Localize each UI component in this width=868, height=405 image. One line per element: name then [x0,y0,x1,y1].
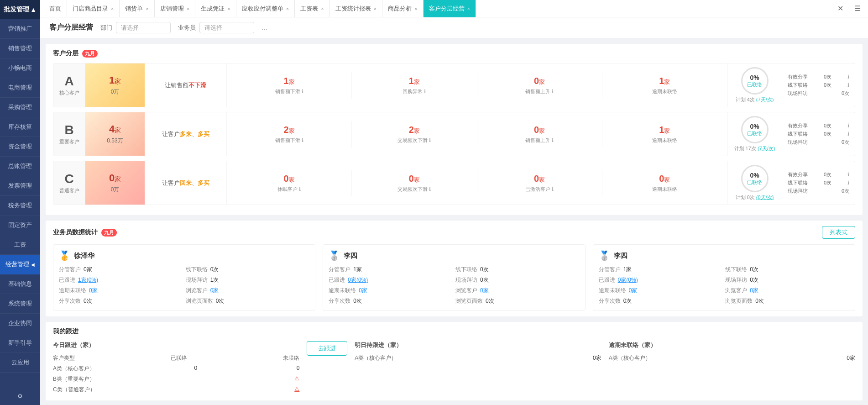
sidebar-item-label: 采购管理 [8,104,32,110]
stat-a-3: 1家 逾期未联络 [602,72,727,99]
sidebar-item-zijin[interactable]: 资金管理 [0,137,40,157]
filter-more-btn[interactable]: ... [261,24,267,32]
info-icon[interactable]: ℹ [552,186,554,192]
tab-close-icon[interactable]: × [374,6,376,11]
contact-plan-c: 计划 0次 (0天/次) [736,194,774,201]
tab-close-icon[interactable]: × [467,6,470,11]
tab-close-icon[interactable]: × [187,6,189,11]
stat-c-2: 0家 已激活客户ℹ [477,170,602,196]
dept-label: 部门 [100,24,112,32]
sidebar-item-zongzhang[interactable]: 总账管理 [0,157,40,176]
tier-name-b: 重要客户 [59,138,79,145]
tab-receivable-adjust[interactable]: 应收应付调整单 × [236,0,295,17]
info-icon[interactable]: ℹ [552,89,554,95]
info-icon[interactable]: ℹ [847,172,849,178]
staff-card-0: 🥇 徐泽华 分管客户 0家 线下联络 0次 已跟进 [53,244,315,311]
tab-close-icon[interactable]: × [321,6,324,11]
tab-payroll[interactable]: 工资表 × [295,0,329,17]
info-icon[interactable]: ℹ [302,137,303,143]
stat-b-1: 2家 交易频次下滑ℹ [352,121,477,147]
tab-shop-manage[interactable]: 店铺管理 × [155,0,195,17]
tab-actions: ✕ ☰ [834,2,864,15]
staff-stat-row: 已跟进 1家(0%) [59,276,183,284]
info-icon[interactable]: ℹ [302,89,303,95]
info-icon[interactable]: ℹ [424,89,426,95]
sales-select[interactable]: 请选择 [199,22,254,33]
info-icon[interactable]: ℹ [429,186,431,192]
sidebar-item-fapiao[interactable]: 发票管理 [0,176,40,196]
tier-name-a: 核心客户 [59,89,79,96]
tier-suggestion-b: 让客户多来、多买 [145,112,227,156]
list-view-btn[interactable]: 列表式 [822,226,855,239]
tab-close-icon[interactable]: × [111,6,114,11]
sidebar-item-label: 库存核算 [8,123,32,130]
tab-close-icon[interactable]: × [146,6,148,11]
staff-stats-0: 分管客户 0家 线下联络 0次 已跟进 1家(0%) 现场拜访 [59,266,309,305]
tab-product-analysis[interactable]: 商品分析 × [382,0,423,17]
tab-generate-voucher[interactable]: 生成凭证 × [195,0,236,17]
staff-name-row-0: 🥇 徐泽华 [59,250,309,261]
sidebar-item-arrow: ◀ [31,262,35,267]
tier-label-b: B 重要客户 [53,112,85,156]
sidebar-header[interactable]: 批发管理 ▲ [0,0,40,19]
info-icon[interactable]: ℹ [552,137,554,143]
tier-extra-c: 有效分享 0次 ℹ 线下联络 0次 ℹ 现场拜访 0次 [782,161,855,205]
info-icon[interactable]: ℹ [847,74,849,80]
sidebar-settings[interactable]: ⚙ [0,387,40,405]
dept-select[interactable]: 请选择 [116,22,171,33]
sidebar-item-yingxiao[interactable]: 营销推广 [0,19,40,39]
tab-payroll-report[interactable]: 工资统计报表 × [330,0,382,17]
tab-store-products[interactable]: 门店商品目录 × [67,0,120,17]
staff-stat-row: 分管客户 1家 [329,266,453,274]
sidebar-title: 批发管理 [4,5,29,14]
info-icon[interactable]: ℹ [847,123,849,129]
tier-suggestion-c: 让客户回来、多买 [145,161,227,205]
sidebar-item-label: 营销推广 [8,25,32,32]
tab-close-icon[interactable]: × [286,6,289,11]
tab-close-all-btn[interactable]: ✕ [834,2,847,15]
sidebar-item-label: 总账管理 [8,163,32,169]
sidebar-item-label: 工资 [14,241,26,248]
info-icon[interactable]: ℹ [429,137,431,143]
sales-label: 业务员 [178,24,196,32]
info-icon[interactable]: ℹ [847,180,849,186]
sidebar-item-gongzi[interactable]: 工资 [0,235,40,255]
sidebar-item-label: 经营管理 [5,261,29,268]
follow-row: C类（普通客户） ⚠ [53,384,299,395]
tier-count-num-a: 1家 [109,74,121,86]
tab-customer-tier[interactable]: 客户分层经营 × [424,0,476,17]
tab-close-icon[interactable]: × [414,6,417,11]
sidebar-item-xitong[interactable]: 系统管理 [0,294,40,314]
sidebar-item-jingying[interactable]: 经营管理 ◀ [0,255,40,274]
info-icon[interactable]: ℹ [847,82,849,88]
sidebar-item-xinshou[interactable]: 新手引导 [0,333,40,353]
follow-row: A类（核心客户） 0家 [355,353,601,363]
goto-follow-btn[interactable]: 去跟进 [307,341,347,356]
staff-stat-row: 分享次数 0次 [599,297,723,305]
tier-count-a: 1家 0万 [85,63,145,107]
sidebar-item-caigou[interactable]: 采购管理 [0,98,40,117]
sidebar-item-dianshang[interactable]: 电商管理 [0,78,40,98]
info-icon[interactable]: ℹ [847,131,849,137]
tab-more-btn[interactable]: ☰ [851,2,864,15]
tab-close-icon[interactable]: × [227,6,230,11]
tab-home[interactable]: 首页 [44,0,67,17]
staff-stat-row: 逾期未联络 0家 [329,287,453,295]
sidebar-item-jichu[interactable]: 基础信息 [0,274,40,294]
tab-sales-order[interactable]: 销货单 × [120,0,154,17]
tier-stats-b: 2家 销售额下滑ℹ 2家 交易频次下滑ℹ 0家 销售额上升ℹ 1家 逾期未联络 [227,112,727,156]
staff-stat-row: 已跟进 0家(0%) [329,276,453,284]
sidebar-item-label: 云应用 [11,359,29,366]
customer-section: 客户分层 九月 A 核心客户 1家 0万 让销售额不下滑 [46,44,863,215]
sidebar-item-guding[interactable]: 固定资产 [0,216,40,235]
sidebar-item-xiaochang[interactable]: 小畅电商 [0,58,40,78]
staff-stat-row: 已跟进 0家(0%) [599,276,723,284]
staff-grid: 🥇 徐泽华 分管客户 0家 线下联络 0次 已跟进 [53,244,855,311]
info-icon[interactable]: ℹ [299,186,301,192]
sidebar-item-kucun[interactable]: 库存核算 [0,117,40,137]
sidebar-collapse-icon[interactable]: ▲ [30,6,37,13]
sidebar-item-xiaoshou[interactable]: 销售管理 [0,39,40,58]
sidebar-item-shuiwu[interactable]: 税务管理 [0,196,40,216]
sidebar-item-xietong[interactable]: 企业协同 [0,314,40,333]
sidebar-item-yunyingyong[interactable]: 云应用 [0,353,40,373]
